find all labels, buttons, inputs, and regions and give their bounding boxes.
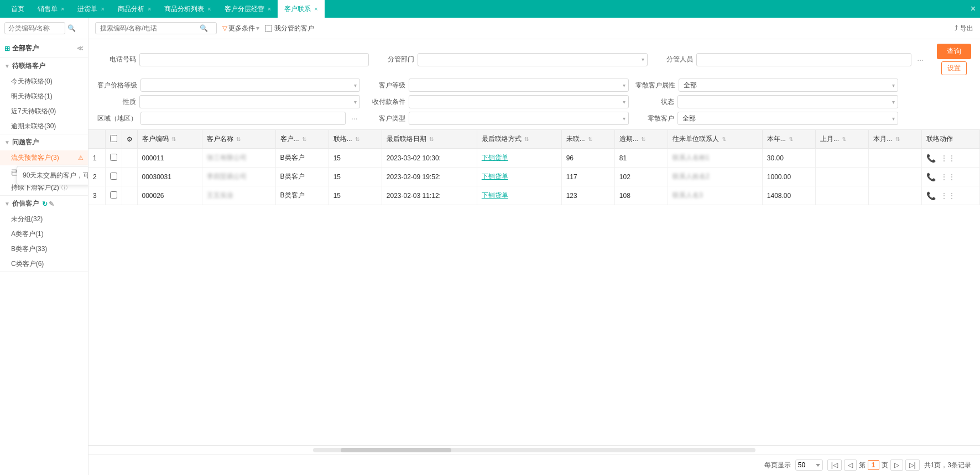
filter-payment-select[interactable]	[409, 95, 629, 108]
phone-icon-1[interactable]: 📞	[926, 154, 936, 163]
query-button[interactable]: 查询	[937, 44, 971, 59]
nav-tab-sales-close[interactable]: ×	[61, 6, 64, 12]
sidebar-item-tomorrow[interactable]: 明天待联络(1)	[0, 89, 88, 104]
sidebar-search-icon[interactable]: 🔍	[67, 24, 76, 32]
nav-tab-home[interactable]: 首页	[4, 0, 31, 18]
setting-button[interactable]: 设置	[941, 61, 967, 75]
col-this-year[interactable]: 本年... ⇅	[762, 130, 815, 149]
contact-way-link-2[interactable]: 下销货单	[482, 173, 508, 180]
filter-region-dots[interactable]: ···	[349, 114, 360, 123]
filter-price-level-select[interactable]	[140, 79, 360, 92]
export-btn[interactable]: ⤴ 导出	[955, 24, 973, 33]
filter-customer-type-select[interactable]	[409, 112, 629, 125]
nav-tab-purchase[interactable]: 进货单 ×	[71, 0, 111, 18]
search-btn-icon[interactable]: 🔍	[200, 24, 208, 32]
refresh-icon[interactable]: ↻	[42, 200, 48, 208]
filter-more-btn[interactable]: ▽ 更多条件 ▾	[222, 24, 259, 33]
cell-nc-1: 96	[561, 149, 614, 168]
filter-region-input[interactable]	[140, 112, 346, 125]
col-overdue[interactable]: 逾期... ⇅	[614, 130, 668, 149]
phone-icon-3[interactable]: 📞	[926, 191, 936, 200]
edit-icon[interactable]: ✎	[49, 200, 54, 208]
nav-tab-customer-contact[interactable]: 客户联系 ×	[278, 0, 324, 18]
col-last-way[interactable]: 最后联络方式 ⇅	[477, 130, 561, 149]
col-not-contact[interactable]: 未联... ⇅	[561, 130, 614, 149]
nav-tab-customer-segment[interactable]: 客户分层经营 ×	[218, 0, 278, 18]
sort-arrows-lm: ⇅	[842, 136, 846, 142]
export-label: 导出	[960, 24, 973, 33]
sidebar-section-problem: ▼ 问题客户 流失预警客户(3) ⚠ 已流失客户(24) ⓘ 持续下滑客户(2)…	[0, 134, 88, 196]
scrollbar-thumb[interactable]	[341, 448, 451, 452]
nav-tab-analysis[interactable]: 商品分析 ×	[111, 0, 158, 18]
nav-tab-analysis-close[interactable]: ×	[148, 6, 151, 12]
search-input[interactable]	[100, 24, 200, 32]
filter-dept-label: 分管部门	[376, 55, 414, 64]
col-type[interactable]: 客户... ⇅	[275, 130, 329, 149]
next-page-btn[interactable]: ▷	[890, 460, 903, 471]
filter-retail: 零散客户 全部 ▾	[635, 112, 898, 125]
sort-arrows-uc: ⇅	[722, 136, 726, 142]
filter-person-input[interactable]	[696, 53, 912, 66]
filter-dept-select[interactable]	[418, 53, 647, 66]
cell-way-1[interactable]: 下销货单	[477, 149, 561, 168]
sidebar-search-input[interactable]	[4, 22, 65, 34]
col-contact[interactable]: 联络... ⇅	[329, 130, 382, 149]
menu-icon-3[interactable]: ⋮⋮	[940, 191, 956, 200]
nav-tab-analysis-list[interactable]: 商品分析列表 ×	[158, 0, 217, 18]
filter-person-dots[interactable]: ···	[915, 55, 926, 64]
sidebar-section-value-title[interactable]: ▼ 价值客户 ↻ ✎	[0, 196, 88, 212]
cell-way-3[interactable]: 下销货单	[477, 186, 561, 205]
col-this-month[interactable]: 本月... ⇅	[869, 130, 922, 149]
prev-page-btn[interactable]: ◁	[844, 460, 857, 471]
filter-customer-level-select[interactable]	[409, 79, 629, 92]
cell-way-2[interactable]: 下销货单	[477, 168, 561, 186]
filter-status-select[interactable]	[677, 95, 898, 108]
select-all-checkbox[interactable]	[110, 135, 117, 142]
last-page-btn[interactable]: ▷|	[905, 460, 920, 471]
sidebar-section-pending-title[interactable]: ▼ 待联络客户	[0, 58, 88, 74]
sidebar-item-class-a[interactable]: A类客户(1)	[0, 227, 88, 242]
row-checkbox-2[interactable]	[110, 173, 117, 180]
my-customer-checkbox[interactable]	[265, 25, 272, 32]
col-settings[interactable]: ⚙	[122, 130, 137, 149]
sidebar-item-churn-warning[interactable]: 流失预警客户(3) ⚠	[0, 150, 88, 165]
nav-tab-customer-segment-close[interactable]: ×	[268, 6, 271, 12]
col-code[interactable]: 客户编码 ⇅	[137, 130, 202, 149]
row-checkbox-1[interactable]	[110, 154, 117, 161]
nav-tab-customer-contact-close[interactable]: ×	[314, 6, 317, 12]
col-last-month[interactable]: 上月... ⇅	[816, 130, 869, 149]
col-unit-contact[interactable]: 往来单位联系人 ⇅	[668, 130, 763, 149]
nav-tab-purchase-close[interactable]: ×	[101, 6, 104, 12]
sidebar-item-overdue[interactable]: 逾期未联络(30)	[0, 119, 88, 134]
per-page-select[interactable]: 50 100 200	[795, 460, 823, 471]
col-name[interactable]: 客户名称 ⇅	[202, 130, 275, 149]
sidebar: 🔍 ⊞ 全部客户 ≪ ▼ 待联络客户 今天待联络(0) 明天待联络(1) 近7天…	[0, 18, 88, 475]
row-checkbox-3[interactable]	[110, 191, 117, 199]
col-last-date[interactable]: 最后联络日期 ⇅	[382, 130, 477, 149]
sidebar-section-problem-title[interactable]: ▼ 问题客户	[0, 134, 88, 150]
menu-icon-1[interactable]: ⋮⋮	[940, 154, 956, 163]
filter-nature-select[interactable]	[139, 95, 360, 108]
horizontal-scrollbar[interactable]	[88, 445, 980, 455]
scrollbar-track[interactable]	[313, 448, 755, 452]
filter-attr-select[interactable]: 全部	[679, 79, 898, 92]
contact-way-link-1[interactable]: 下销货单	[482, 154, 508, 161]
first-page-btn[interactable]: |◁	[827, 460, 842, 471]
sidebar-item-7days[interactable]: 近7天待联络(0)	[0, 104, 88, 119]
sidebar-all-customers[interactable]: ⊞ 全部客户 ≪	[0, 39, 88, 58]
collapse-icon[interactable]: ≪	[77, 45, 84, 52]
contact-way-link-3[interactable]: 下销货单	[482, 191, 508, 199]
sidebar-item-class-c[interactable]: C类客户(6)	[0, 257, 88, 272]
sidebar-item-ungrouped[interactable]: 未分组(32)	[0, 212, 88, 227]
nav-tab-analysis-list-close[interactable]: ×	[207, 6, 211, 12]
filter-phone-input[interactable]	[139, 53, 369, 66]
my-customer-checkbox-wrap[interactable]: 我分管的客户	[265, 24, 314, 33]
filter-retail-select[interactable]: 全部	[677, 112, 898, 125]
sidebar-item-today[interactable]: 今天待联络(0)	[0, 74, 88, 89]
sidebar-item-class-b[interactable]: B类客户(33)	[0, 242, 88, 257]
menu-icon-2[interactable]: ⋮⋮	[940, 173, 956, 181]
pending-section-label: 待联络客户	[12, 61, 45, 71]
window-close-button[interactable]: ×	[971, 4, 976, 14]
phone-icon-2[interactable]: 📞	[926, 173, 936, 181]
nav-tab-sales[interactable]: 销售单 ×	[31, 0, 71, 18]
